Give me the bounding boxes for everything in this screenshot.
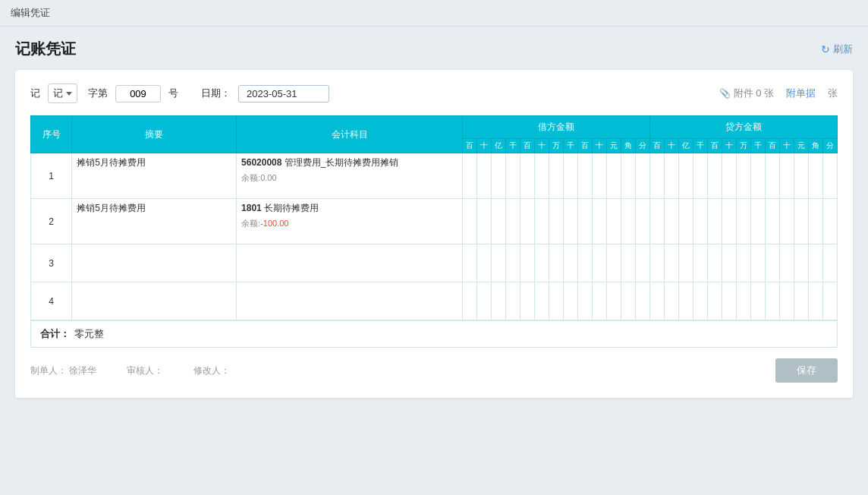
row-3-debit-2[interactable] [492, 282, 506, 320]
row-0-debit-1[interactable] [477, 153, 492, 199]
row-2-debit-9[interactable] [592, 244, 606, 282]
row-0-debit-3[interactable] [506, 153, 520, 199]
row-2-debit-8[interactable] [578, 244, 593, 282]
row-1-debit-8[interactable] [578, 199, 593, 244]
row-3-debit-10[interactable] [606, 282, 621, 320]
row-1-debit-3[interactable] [506, 199, 520, 244]
row-1-debit-0[interactable] [463, 199, 477, 244]
row-2-debit-3[interactable] [506, 244, 520, 282]
row-1-debit-6[interactable] [549, 199, 564, 244]
row-0-credit-3[interactable] [693, 153, 707, 199]
row-seq-0[interactable]: 1 [31, 153, 72, 199]
row-account-1[interactable]: 1801 长期待摊费用余额:-100.00 [237, 199, 463, 244]
row-2-debit-1[interactable] [477, 244, 492, 282]
row-3-debit-1[interactable] [477, 282, 492, 320]
ji-select[interactable]: 记 [48, 84, 77, 103]
row-3-credit-0[interactable] [650, 282, 665, 320]
row-3-credit-3[interactable] [693, 282, 707, 320]
row-2-credit-9[interactable] [779, 244, 794, 282]
row-2-credit-4[interactable] [707, 244, 722, 282]
row-2-debit-2[interactable] [492, 244, 506, 282]
row-0-credit-0[interactable] [650, 153, 665, 199]
row-3-credit-9[interactable] [779, 282, 794, 320]
row-1-credit-9[interactable] [779, 199, 794, 244]
row-1-credit-4[interactable] [707, 199, 722, 244]
row-3-debit-7[interactable] [564, 282, 578, 320]
row-2-credit-11[interactable] [808, 244, 822, 282]
row-2-credit-7[interactable] [750, 244, 765, 282]
row-0-credit-1[interactable] [664, 153, 678, 199]
row-2-credit-10[interactable] [794, 244, 808, 282]
row-2-debit-5[interactable] [535, 244, 549, 282]
row-0-debit-10[interactable] [606, 153, 621, 199]
row-0-debit-2[interactable] [492, 153, 506, 199]
row-3-credit-7[interactable] [750, 282, 765, 320]
row-seq-1[interactable]: 2 [31, 199, 72, 244]
row-0-debit-8[interactable] [578, 153, 593, 199]
row-0-debit-7[interactable] [564, 153, 578, 199]
row-1-credit-1[interactable] [664, 199, 678, 244]
row-account-3[interactable] [237, 282, 463, 320]
row-3-credit-12[interactable] [822, 282, 837, 320]
row-0-credit-11[interactable] [808, 153, 822, 199]
row-2-debit-7[interactable] [564, 244, 578, 282]
row-1-credit-3[interactable] [693, 199, 707, 244]
row-summary-0[interactable]: 摊销5月待摊费用 [72, 153, 237, 199]
row-account-2[interactable] [237, 244, 463, 282]
row-account-0[interactable]: 56020008 管理费用_长期待摊费用摊销余额:0.00 [237, 153, 463, 199]
row-1-debit-1[interactable] [477, 199, 492, 244]
refresh-button[interactable]: ↻ 刷新 [821, 43, 853, 56]
row-2-credit-5[interactable] [722, 244, 736, 282]
row-1-debit-4[interactable] [520, 199, 535, 244]
row-3-debit-4[interactable] [520, 282, 535, 320]
row-seq-2[interactable]: 3 [31, 244, 72, 282]
row-3-debit-0[interactable] [463, 282, 477, 320]
row-3-credit-8[interactable] [765, 282, 779, 320]
row-0-credit-4[interactable] [707, 153, 722, 199]
row-3-debit-8[interactable] [578, 282, 593, 320]
row-1-credit-0[interactable] [650, 199, 665, 244]
row-1-debit-10[interactable] [606, 199, 621, 244]
row-2-debit-4[interactable] [520, 244, 535, 282]
row-0-credit-7[interactable] [750, 153, 765, 199]
row-1-debit-11[interactable] [621, 199, 635, 244]
row-0-debit-9[interactable] [592, 153, 606, 199]
row-1-credit-10[interactable] [794, 199, 808, 244]
row-1-debit-7[interactable] [564, 199, 578, 244]
row-summary-1[interactable]: 摊销5月待摊费用 [72, 199, 237, 244]
row-0-debit-5[interactable] [535, 153, 549, 199]
row-2-credit-0[interactable] [650, 244, 665, 282]
row-2-debit-10[interactable] [606, 244, 621, 282]
row-0-credit-9[interactable] [779, 153, 794, 199]
row-2-credit-2[interactable] [678, 244, 693, 282]
row-1-credit-2[interactable] [678, 199, 693, 244]
row-1-credit-8[interactable] [765, 199, 779, 244]
row-1-debit-5[interactable] [535, 199, 549, 244]
row-2-credit-1[interactable] [664, 244, 678, 282]
row-3-credit-4[interactable] [707, 282, 722, 320]
row-0-credit-2[interactable] [678, 153, 693, 199]
row-1-credit-12[interactable] [822, 199, 837, 244]
row-seq-3[interactable]: 4 [31, 282, 72, 320]
row-0-credit-5[interactable] [722, 153, 736, 199]
row-0-credit-6[interactable] [736, 153, 750, 199]
row-summary-3[interactable] [72, 282, 237, 320]
row-1-credit-6[interactable] [736, 199, 750, 244]
row-2-debit-11[interactable] [621, 244, 635, 282]
row-3-credit-6[interactable] [736, 282, 750, 320]
row-3-debit-5[interactable] [535, 282, 549, 320]
row-3-debit-12[interactable] [635, 282, 649, 320]
row-1-credit-11[interactable] [808, 199, 822, 244]
row-2-credit-6[interactable] [736, 244, 750, 282]
row-0-credit-12[interactable] [822, 153, 837, 199]
fudanju-link[interactable]: 附单据 [786, 87, 816, 100]
zi-input[interactable] [115, 85, 161, 102]
row-3-debit-3[interactable] [506, 282, 520, 320]
row-0-debit-0[interactable] [463, 153, 477, 199]
row-2-debit-6[interactable] [549, 244, 564, 282]
row-1-debit-12[interactable] [635, 199, 649, 244]
row-2-credit-12[interactable] [822, 244, 837, 282]
row-1-credit-7[interactable] [750, 199, 765, 244]
row-3-debit-11[interactable] [621, 282, 635, 320]
row-1-debit-9[interactable] [592, 199, 606, 244]
